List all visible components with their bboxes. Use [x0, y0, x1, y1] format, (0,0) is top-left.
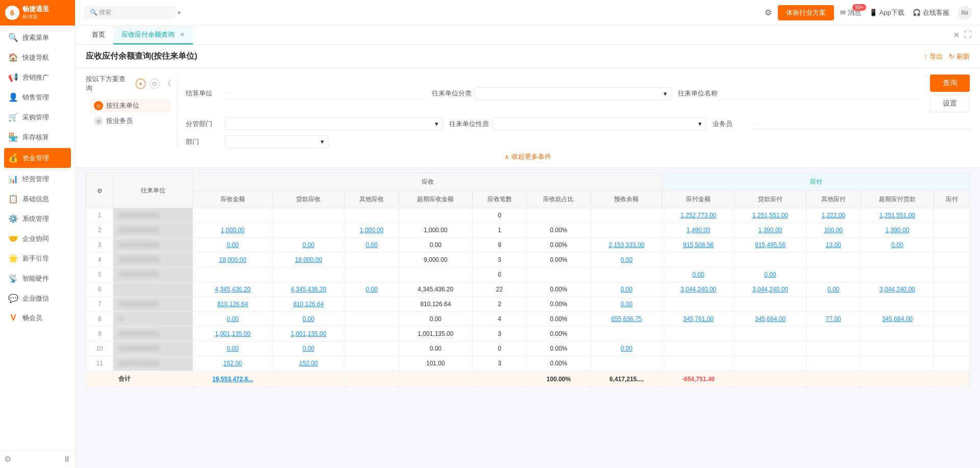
- topbar-gear-icon[interactable]: ⚙: [765, 8, 772, 17]
- cell-ap-other[interactable]: 77.00: [806, 312, 861, 327]
- cell-ar-prepay[interactable]: 0.00: [591, 297, 663, 312]
- cell-ar-other[interactable]: 1,000.00: [345, 223, 399, 238]
- cell-ar-amount[interactable]: 152.00: [193, 356, 273, 371]
- dept-select[interactable]: ▾: [225, 135, 329, 148]
- cell-ar-prepay[interactable]: 655,636.75: [591, 312, 663, 327]
- filter-settings-icon[interactable]: ⊙: [150, 79, 160, 89]
- online-service-area[interactable]: 🎧 在线客服: [913, 8, 949, 17]
- cell-ap-other[interactable]: 0.00: [806, 282, 861, 297]
- cell-num: 8: [86, 312, 113, 327]
- cell-ap-amount[interactable]: 3,044,240.00: [663, 282, 734, 297]
- cell-ar-amount[interactable]: 18,000.00: [193, 253, 273, 267]
- sidebar-item-operation[interactable]: 📊 经营管理: [0, 169, 75, 189]
- sidebar-item-wechat[interactable]: 💬 企业微信: [0, 288, 75, 308]
- filter-option-by-partner[interactable]: ⊙ 按往来单位: [90, 99, 171, 112]
- cell-ap-amount[interactable]: 0.00: [663, 267, 734, 282]
- cell-ar-loan[interactable]: 0.00: [273, 312, 345, 327]
- sidebar-item-purchase[interactable]: 🛒 采购管理: [0, 107, 75, 127]
- cell-ar-amount[interactable]: 810,126.64: [193, 297, 273, 312]
- cell-ap-amount[interactable]: 345,761.00: [663, 312, 734, 327]
- dept-manage-select[interactable]: ▾: [225, 117, 443, 130]
- cell-ap-loan[interactable]: 345,684.00: [734, 312, 806, 327]
- tabbar-expand-icon[interactable]: ⛶: [964, 30, 972, 40]
- cell-ap-loan[interactable]: 0.00: [734, 267, 806, 282]
- tab-close-icon[interactable]: ✕: [180, 31, 185, 38]
- salesperson-input[interactable]: ···: [751, 118, 970, 130]
- cell-ap-loan[interactable]: 1,251,551.00: [734, 208, 806, 223]
- user-avatar[interactable]: Rit: [958, 6, 972, 20]
- cell-ar-prepay[interactable]: 2,153,333.00: [591, 238, 663, 253]
- cell-ar-loan[interactable]: 1,001,135.00: [273, 327, 345, 341]
- cell-ar-loan[interactable]: 152.00: [273, 356, 345, 371]
- sidebar-item-inventory[interactable]: 🏪 库存核算: [0, 127, 75, 147]
- solution-button[interactable]: 体验行业方案: [778, 5, 834, 20]
- cell-ar-loan[interactable]: 18,000.00: [273, 253, 345, 267]
- settlement-unit-input[interactable]: ···: [225, 88, 426, 100]
- cell-ap-other[interactable]: 13.00: [806, 238, 861, 253]
- partner-nature-select[interactable]: ▾: [492, 117, 706, 130]
- sidebar-item-sales[interactable]: 👤 销售管理: [0, 87, 75, 107]
- partner-category-select[interactable]: ▾: [475, 87, 672, 100]
- settings-button[interactable]: 设置: [930, 95, 970, 112]
- cell-ap-other[interactable]: 1,222.00: [806, 208, 861, 223]
- sidebar-item-corp[interactable]: 🤝 企业协同: [0, 229, 75, 249]
- cell-num: 5: [86, 267, 113, 282]
- sidebar-item-hardware[interactable]: 📡 智能硬件: [0, 268, 75, 288]
- tab-ar-ap[interactable]: 应收应付余额查询 ✕: [113, 26, 193, 44]
- sidebar-item-finance[interactable]: 💰 资金管理: [4, 148, 71, 168]
- cell-ap-loan[interactable]: 1,390.00: [734, 223, 806, 238]
- refresh-button[interactable]: ↻ 刷新: [949, 52, 970, 61]
- export-button[interactable]: ↑ 导出: [924, 52, 943, 61]
- cell-ar-amount[interactable]: 0.00: [193, 341, 273, 356]
- filter-collapse-row[interactable]: ∧ 收起更多条件: [86, 152, 970, 161]
- cell-ap-other[interactable]: 100.00: [806, 223, 861, 238]
- tab-home[interactable]: 首页: [84, 26, 113, 44]
- topbar-dropdown-arrow[interactable]: ▾: [178, 9, 181, 16]
- cell-ar-prepay[interactable]: 0.00: [591, 253, 663, 267]
- cell-ap-amount[interactable]: 1,252,773.00: [663, 208, 734, 223]
- partner-name-input[interactable]: [721, 87, 918, 100]
- cell-ap-loan[interactable]: 915,495.56: [734, 238, 806, 253]
- query-button[interactable]: 查询: [930, 75, 970, 92]
- cell-ar-amount[interactable]: 0.00: [193, 312, 273, 327]
- filter-option-by-staff[interactable]: ⊙ 按业务员: [90, 114, 171, 128]
- sidebar-item-quick-nav[interactable]: 🏠 快捷导航: [0, 47, 75, 67]
- cell-ar-loan[interactable]: 4,345,436.20: [273, 282, 345, 297]
- cell-ar-amount[interactable]: 1,001,135.00: [193, 327, 273, 341]
- cell-ar-amount[interactable]: 4,345,436.20: [193, 282, 273, 297]
- cell-ap-loan[interactable]: 3,044,240.00: [734, 282, 806, 297]
- messages-icon-area[interactable]: ✉ 消息 99+: [840, 8, 861, 17]
- cell-ar-amount[interactable]: 1,000.00: [193, 223, 273, 238]
- sidebar-item-member[interactable]: V 畅会员: [0, 308, 75, 328]
- sidebar-item-guide[interactable]: 🌟 新手引导: [0, 249, 75, 268]
- cell-ap-overdue[interactable]: 1,251,551.00: [861, 208, 934, 223]
- cell-ap-overdue[interactable]: 3,044,240.00: [861, 282, 934, 297]
- sidebar-item-search-menu[interactable]: 🔍 搜索菜单: [0, 28, 75, 47]
- cell-ap-other: [806, 341, 861, 356]
- sidebar-item-system[interactable]: ⚙️ 系统管理: [0, 209, 75, 229]
- cell-ap-overdue[interactable]: 345,684.00: [861, 312, 934, 327]
- cell-ar-other[interactable]: 0.00: [345, 282, 399, 297]
- app-download-area[interactable]: 📱 App下载: [869, 8, 904, 17]
- cell-ar-amount[interactable]: 0.00: [193, 238, 273, 253]
- filter-add-button[interactable]: +: [136, 79, 146, 89]
- table-settings-icon[interactable]: ⚙: [86, 174, 113, 208]
- footer-ap-extra: [934, 371, 970, 387]
- cell-ar-loan[interactable]: 0.00: [273, 238, 345, 253]
- sidebar-settings-icon[interactable]: ⚙: [4, 454, 11, 464]
- cell-ar-loan[interactable]: 0.00: [273, 341, 345, 356]
- cell-ar-prepay[interactable]: 0.00: [591, 282, 663, 297]
- cell-ar-prepay[interactable]: 0.00: [591, 341, 663, 356]
- cell-ap-overdue[interactable]: 0.00: [861, 238, 934, 253]
- filter-collapse-button[interactable]: 《: [164, 79, 171, 88]
- cell-ap-amount[interactable]: 1,490.00: [663, 223, 734, 238]
- sidebar-item-marketing[interactable]: 📢 营销推广: [0, 67, 75, 87]
- tabbar-close-icon[interactable]: ✕: [953, 30, 960, 40]
- sidebar-collapse-icon[interactable]: ⏸: [63, 455, 71, 464]
- cell-ap-amount[interactable]: 915,508.56: [663, 238, 734, 253]
- cell-ap-loan: [734, 356, 806, 371]
- cell-ap-overdue[interactable]: 1,390.00: [861, 223, 934, 238]
- sidebar-item-basic[interactable]: 📋 基础信息: [0, 189, 75, 209]
- cell-ar-other[interactable]: 0.00: [345, 238, 399, 253]
- cell-ar-loan[interactable]: 810,126.64: [273, 297, 345, 312]
